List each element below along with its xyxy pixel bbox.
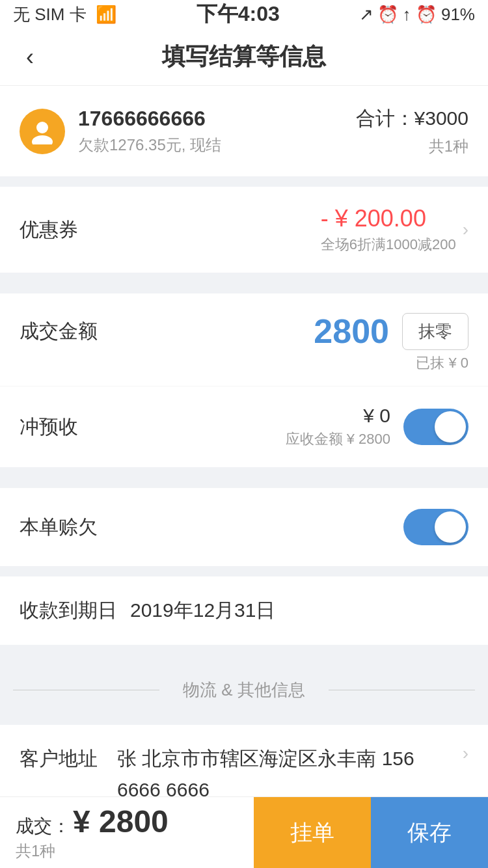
debt-label: 本单赊欠 [20,514,98,541]
svg-point-0 [36,122,48,133]
avatar [20,109,65,154]
section-gap-3 [0,655,488,666]
bottom-summary: 成交： ¥ 2800 共1种 [0,804,254,861]
content-area: 17666666666 欠款1276.35元, 现结 合计：¥3000 共1种 … [0,86,488,868]
customer-info: 17666666666 欠款1276.35元, 现结 [78,107,221,156]
coupon-row[interactable]: 优惠券 - ¥ 200.00 全场6折满1000减200 › [0,187,488,273]
page-title: 填写结算等信息 [162,41,326,73]
customer-left: 17666666666 欠款1276.35元, 现结 [20,107,221,156]
duedate-label: 收款到期日 [20,597,117,624]
precollect-right: ¥ 0 应收金额 ¥ 2800 [286,405,468,449]
logistics-divider: 物流 & 其他信息 [0,666,488,714]
svg-point-1 [32,135,53,144]
duedate-value: 2019年12月31日 [130,597,275,624]
coupon-label: 优惠券 [20,217,78,243]
transaction-section: 成交金额 2800 抹零 已抹 ¥ 0 冲预收 ¥ 0 应收金额 ¥ 2800 [0,293,488,467]
transaction-label: 成交金额 [20,318,98,345]
bottom-amount: ¥ 2800 [73,804,169,839]
address-chevron-icon: › [463,743,468,764]
coupon-info: - ¥ 200.00 全场6折满1000减200 [321,205,456,254]
location-icon: ↗ [359,5,373,25]
divider-line-right [329,690,475,690]
precollect-info: ¥ 0 应收金额 ¥ 2800 [286,405,390,449]
address-label: 客户地址 [20,743,98,772]
precollect-toggle[interactable] [403,409,468,445]
debt-row: 本单赊欠 [0,488,488,566]
section-gap-1 [0,283,488,293]
customer-card: 17666666666 欠款1276.35元, 现结 合计：¥3000 共1种 [0,86,488,176]
status-right: ↗ ⏰ ↑ ⏰ 91% [359,5,475,25]
coupon-right: - ¥ 200.00 全场6折满1000减200 › [321,205,468,254]
duedate-row: 收款到期日 2019年12月31日 [0,576,488,645]
debt-toggle[interactable] [403,509,468,545]
section-gap-2 [0,478,488,488]
transaction-value: 2800 [314,312,389,351]
logistics-label: 物流 & 其他信息 [183,679,305,701]
bottom-bar: 成交： ¥ 2800 共1种 挂单 保存 [0,796,488,868]
status-bar: 无 SIM 卡 📶 下午4:03 ↗ ⏰ ↑ ⏰ 91% [0,0,488,29]
precollect-amount: ¥ 0 [286,405,390,427]
divider-line-left [13,690,159,690]
customer-subtitle: 欠款1276.35元, 现结 [78,135,221,156]
coupon-desc: 全场6折满1000减200 [321,235,456,254]
customer-total: 合计：¥3000 [356,105,468,132]
status-left: 无 SIM 卡 📶 [13,3,116,26]
coupon-amount: - ¥ 200.00 [321,205,456,232]
customer-phone: 17666666666 [78,107,221,131]
customer-right: 合计：¥3000 共1种 [356,105,468,157]
bottom-count: 共1种 [16,841,238,861]
round-button[interactable]: 抹零 [402,313,468,350]
customer-count: 共1种 [356,136,468,157]
precollect-row: 冲预收 ¥ 0 应收金额 ¥ 2800 [0,387,488,467]
transaction-sub: 已抹 ¥ 0 [416,355,468,371]
battery-text: ↑ ⏰ 91% [402,5,475,25]
transaction-right: 2800 抹零 [314,312,468,351]
nav-bar: ‹ 填写结算等信息 [0,29,488,86]
back-button[interactable]: ‹ [20,37,40,77]
alarm-icon: ⏰ [377,5,398,25]
bottom-summary-label: 成交： [16,814,70,839]
status-time: 下午4:03 [197,0,280,29]
chevron-right-icon: › [463,219,468,240]
precollect-label: 冲预收 [20,414,78,441]
save-button[interactable]: 保存 [371,797,488,869]
hold-button[interactable]: 挂单 [254,797,371,869]
precollect-sub: 应收金额 ¥ 2800 [286,429,390,449]
